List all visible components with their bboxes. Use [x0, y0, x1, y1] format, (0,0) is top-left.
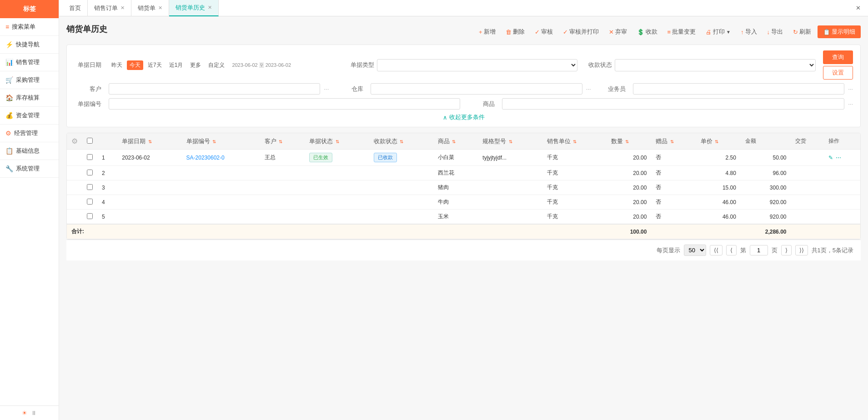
th-doc-date[interactable]: 单据日期 ⇅	[117, 133, 181, 150]
audit-print-button[interactable]: ✓ 审核并打印	[559, 26, 602, 38]
row-checkbox[interactable]	[87, 213, 93, 219]
sidebar-item-finance-mgmt[interactable]: 💰 资金管理	[0, 107, 59, 125]
row-doc-no[interactable]	[182, 180, 260, 195]
sidebar-item-inventory[interactable]: 🏠 库存核算	[0, 89, 59, 107]
sidebar-bottom-icon1[interactable]: ☀	[22, 410, 27, 416]
sort-unit-icon: ⇅	[573, 139, 577, 144]
tab-sales-order[interactable]: 销售订单 ✕	[88, 0, 131, 16]
shortcut-custom[interactable]: 自定义	[206, 60, 227, 70]
tab-sales-history[interactable]: 销货单历史 ✕	[169, 0, 219, 16]
tab-home[interactable]: 首页	[63, 0, 88, 16]
row-checkbox[interactable]	[87, 154, 93, 160]
row-doc-no[interactable]	[182, 166, 260, 180]
close-sales-history-icon[interactable]: ✕	[208, 5, 212, 10]
new-button[interactable]: + 新增	[475, 26, 499, 38]
last-page-button[interactable]: ⟩⟩	[795, 245, 808, 255]
export-button[interactable]: ↓ 导出	[763, 26, 787, 38]
row-action[interactable]	[824, 195, 860, 210]
sidebar-item-ops-mgmt[interactable]: ⚙ 经营管理	[0, 125, 59, 142]
more-action[interactable]: ⋯	[836, 155, 841, 161]
settings-button[interactable]: 设置	[823, 66, 853, 80]
row-checkbox-cell[interactable]	[82, 150, 97, 166]
doc-no-input[interactable]	[109, 98, 460, 110]
first-page-button[interactable]: ⟨⟨	[710, 245, 722, 255]
table-settings-icon[interactable]: ⚙	[71, 137, 78, 145]
row-checkbox-cell[interactable]	[82, 166, 97, 180]
close-all-tabs[interactable]: ✕	[852, 5, 864, 11]
row-action[interactable]: ✎⋯	[824, 150, 860, 166]
customer-dots[interactable]: ···	[324, 85, 329, 92]
close-sales-goods-icon[interactable]: ✕	[158, 5, 162, 11]
row-receive-status	[369, 166, 433, 180]
sidebar-item-sys-mgmt[interactable]: 🔧 系统管理	[0, 160, 59, 178]
next-page-button[interactable]: ⟩	[781, 245, 792, 255]
page-input[interactable]	[750, 245, 768, 255]
delete-button[interactable]: 🗑 删除	[502, 26, 528, 38]
th-gift[interactable]: 赠品 ⇅	[651, 133, 696, 150]
sidebar-item-search-menu[interactable]: ≡ 搜索菜单	[0, 18, 59, 36]
salesperson-dots[interactable]: ···	[848, 85, 853, 92]
row-doc-date: 2023-06-02	[117, 150, 181, 166]
abandon-button[interactable]: ✕ 弃审	[605, 26, 631, 38]
receive-button[interactable]: 💲 收款	[633, 26, 661, 38]
th-unit-price[interactable]: 单价 ⇅	[696, 133, 741, 150]
shortcut-more[interactable]: 更多	[187, 60, 204, 70]
th-goods[interactable]: 商品 ⇅	[433, 133, 478, 150]
th-doc-status[interactable]: 单据状态 ⇅	[305, 133, 369, 150]
batch-change-button[interactable]: ≡ 批量变更	[664, 26, 700, 38]
import-button[interactable]: ↑ 导入	[737, 26, 761, 38]
finance-icon: 💰	[5, 112, 13, 119]
collapse-button[interactable]: ∧ 收起更多条件	[74, 113, 853, 121]
edit-action[interactable]: ✎	[828, 155, 833, 161]
th-checkbox[interactable]	[82, 133, 97, 150]
page-size-select[interactable]: 50	[684, 245, 706, 256]
audit-button[interactable]: ✓ 审核	[531, 26, 557, 38]
th-spec[interactable]: 规格型号 ⇅	[478, 133, 542, 150]
warehouse-input[interactable]	[371, 83, 582, 95]
tab-sales-goods[interactable]: 销货单 ✕	[131, 0, 169, 16]
th-receive-status[interactable]: 收款状态 ⇅	[369, 133, 433, 150]
goods-dots[interactable]: ···	[848, 100, 853, 107]
select-all-checkbox[interactable]	[87, 138, 93, 144]
row-doc-no[interactable]: SA-20230602-0	[182, 150, 260, 166]
row-checkbox-cell[interactable]	[82, 195, 97, 210]
row-checkbox[interactable]	[87, 184, 93, 190]
shortcut-7days[interactable]: 近7天	[145, 60, 165, 70]
sidebar-item-base-info[interactable]: 📋 基础信息	[0, 142, 59, 160]
th-qty[interactable]: 数量 ⇅	[607, 133, 651, 150]
sidebar-bottom-icon2[interactable]: ⏸	[31, 410, 37, 416]
th-unit[interactable]: 销售单位 ⇅	[542, 133, 607, 150]
show-detail-button[interactable]: 📋 显示明细	[818, 25, 861, 38]
warehouse-dots[interactable]: ···	[586, 85, 591, 92]
row-doc-no[interactable]	[182, 210, 260, 225]
shortcut-today[interactable]: 今天	[127, 60, 143, 70]
refresh-button[interactable]: ↻ 刷新	[789, 26, 815, 38]
th-settings[interactable]: ⚙	[67, 133, 82, 150]
goods-input[interactable]	[502, 98, 845, 110]
table-container: ⚙ 单据日期 ⇅ 单据编号 ⇅	[66, 133, 861, 240]
customer-input[interactable]	[109, 83, 320, 95]
print-button[interactable]: 🖨 打印 ▼	[702, 26, 734, 38]
row-checkbox[interactable]	[87, 170, 93, 175]
per-page-label: 每页显示	[657, 246, 680, 255]
row-checkbox-cell[interactable]	[82, 180, 97, 195]
th-doc-no[interactable]: 单据编号 ⇅	[182, 133, 260, 150]
sidebar-item-purchase-mgmt[interactable]: 🛒 采购管理	[0, 71, 59, 89]
row-checkbox-cell[interactable]	[82, 210, 97, 225]
shortcut-1month[interactable]: 近1月	[166, 60, 186, 70]
row-action[interactable]	[824, 210, 860, 225]
row-action[interactable]	[824, 166, 860, 180]
sidebar-item-sales-mgmt[interactable]: 📊 销售管理	[0, 54, 59, 71]
query-button[interactable]: 查询	[823, 50, 853, 64]
th-customer[interactable]: 客户 ⇅	[260, 133, 305, 150]
close-sales-order-icon[interactable]: ✕	[120, 5, 125, 11]
row-checkbox[interactable]	[87, 199, 93, 205]
doc-type-select[interactable]	[377, 59, 578, 71]
row-doc-no[interactable]	[182, 195, 260, 210]
sidebar-item-quick-nav[interactable]: ⚡ 快捷导航	[0, 36, 59, 54]
prev-page-button[interactable]: ⟨	[726, 245, 737, 255]
shortcut-yesterday[interactable]: 昨天	[109, 60, 125, 70]
salesperson-input[interactable]	[633, 83, 844, 95]
row-action[interactable]	[824, 180, 860, 195]
receive-status-select[interactable]	[615, 59, 816, 71]
